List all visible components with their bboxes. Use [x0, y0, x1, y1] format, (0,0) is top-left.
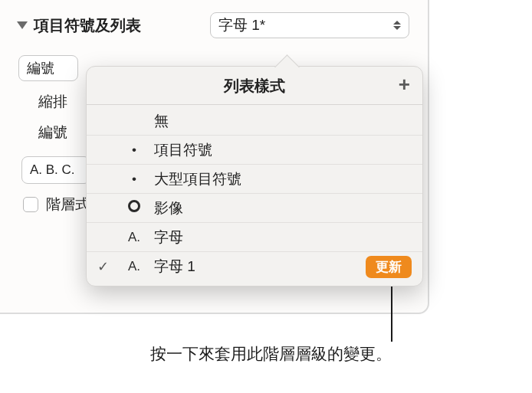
callout-line: [391, 287, 392, 342]
section-disclosure-icon[interactable]: [17, 21, 28, 29]
ring-icon: [128, 200, 140, 212]
list-item-label: 影像: [154, 198, 183, 218]
style-list-item[interactable]: .無: [87, 106, 422, 136]
list-style-value: 字母 1*: [218, 15, 265, 35]
numbering2-label: 編號: [38, 123, 67, 142]
format-sample-value: A. B. C.: [30, 162, 75, 178]
list-item-label: 無: [154, 111, 169, 131]
list-item-marker: •: [119, 172, 149, 187]
indent-label: 縮排: [38, 92, 67, 112]
list-style-popover: 列表樣式 + .無•項目符號•大型項目符號影像A.字母✓A.字母 1更新: [86, 66, 423, 287]
hier-label: 階層式: [46, 195, 90, 215]
list-item-marker: A.: [119, 259, 149, 274]
chevron-updown-icon: [393, 21, 401, 30]
list-item-marker: •: [119, 142, 149, 158]
update-button[interactable]: 更新: [366, 256, 412, 278]
list-item-label: 項目符號: [154, 140, 212, 160]
callout-text: 按一下來套用此階層層級的變更。: [150, 343, 392, 365]
style-list-item[interactable]: •大型項目符號: [87, 165, 422, 194]
format-sample-select[interactable]: A. B. C.: [21, 156, 90, 184]
section-title: 項目符號及列表: [34, 15, 141, 36]
check-icon: ✓: [97, 258, 109, 275]
hier-checkbox[interactable]: [23, 197, 38, 212]
style-list-item[interactable]: 影像: [87, 194, 422, 223]
numbering-select[interactable]: 編號: [18, 55, 78, 81]
style-list-item[interactable]: ✓A.字母 1更新: [87, 252, 422, 281]
list-item-label: 大型項目符號: [154, 169, 241, 189]
style-list-item[interactable]: •項目符號: [87, 136, 422, 165]
popover-title: 列表樣式: [224, 77, 285, 94]
style-list-item[interactable]: A.字母: [87, 223, 422, 252]
list-item-label: 字母: [154, 228, 183, 247]
list-item-marker: A.: [119, 230, 149, 245]
list-style-select[interactable]: 字母 1*: [210, 12, 409, 38]
style-list: .無•項目符號•大型項目符號影像A.字母✓A.字母 1更新: [87, 105, 422, 283]
list-item-marker: [119, 200, 149, 216]
list-item-label: 字母 1: [154, 257, 195, 277]
add-style-button[interactable]: +: [399, 74, 410, 94]
numbering-label: 編號: [27, 59, 54, 77]
